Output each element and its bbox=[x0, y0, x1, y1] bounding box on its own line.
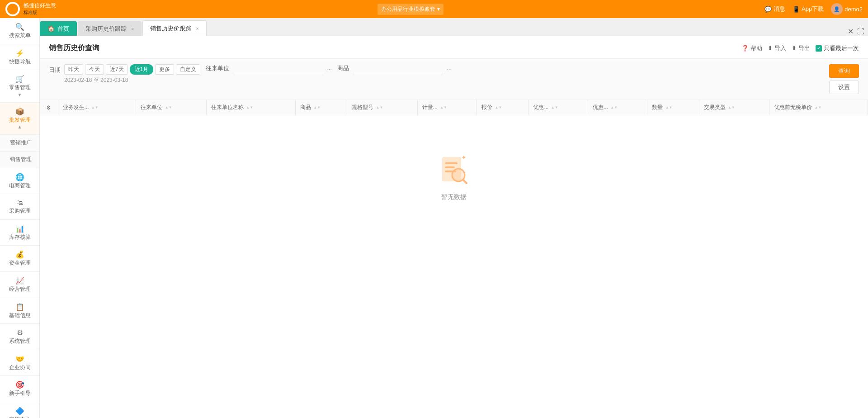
message-btn[interactable]: 💬 消息 bbox=[764, 5, 785, 13]
table-col-pretax-price[interactable]: 优惠前无税单价 ▲▼ bbox=[769, 100, 868, 115]
table-col-discount-rate[interactable]: 优惠... ▲▼ bbox=[528, 100, 588, 115]
user-menu[interactable]: 👤 demo2 bbox=[831, 3, 863, 15]
table-col-unit[interactable]: 计量... ▲▼ bbox=[417, 100, 476, 115]
date-btn-custom[interactable]: 自定义 bbox=[176, 64, 200, 75]
only-last-checkbox-label[interactable]: ✓ 只看最后一次 bbox=[816, 44, 859, 52]
expand-icon: ▼ bbox=[18, 92, 22, 97]
settings-button[interactable]: 设置 bbox=[829, 81, 859, 94]
source-unit-ellipsis[interactable]: ... bbox=[327, 64, 332, 71]
wholesale-icon: 📦 bbox=[2, 107, 38, 116]
sort-icon-quantity: ▲▼ bbox=[665, 105, 673, 109]
product-ellipsis[interactable]: ... bbox=[447, 64, 452, 71]
date-btn-today[interactable]: 今天 bbox=[85, 64, 104, 75]
tab-purchase-close-btn[interactable]: × bbox=[131, 26, 134, 32]
table-col-partner-name[interactable]: 往来单位名称 ▲▼ bbox=[206, 100, 295, 115]
sidebar-item-marketing[interactable]: 营销推广 bbox=[0, 135, 39, 152]
page-content: 销售历史价查询 ❓ 帮助 ⬇ 导入 ⬆ 导出 bbox=[40, 36, 868, 418]
maximize-btn[interactable]: ⛶ bbox=[857, 28, 864, 36]
search-icon: 🔍 bbox=[2, 23, 38, 31]
date-btn-more[interactable]: 更多 bbox=[155, 64, 174, 75]
sidebar-item-new-guide[interactable]: 🎯 新手引导 bbox=[0, 376, 39, 402]
sort-icon-price: ▲▼ bbox=[495, 105, 502, 109]
tab-home[interactable]: 🏠 首页 bbox=[40, 21, 77, 36]
tab-sales-history[interactable]: 销售历史价跟踪 × bbox=[142, 20, 206, 36]
sort-icon-pretax-price: ▲▼ bbox=[814, 105, 821, 109]
sidebar-item-basic-info[interactable]: 📋 基础信息 bbox=[0, 298, 39, 324]
sort-icon-product: ▲▼ bbox=[313, 105, 321, 109]
app-title: 畅捷信好生意 标准版 bbox=[24, 2, 56, 16]
help-icon: ❓ bbox=[741, 45, 749, 52]
date-filter-label: 日期 bbox=[49, 64, 61, 74]
sidebar-item-quick-nav[interactable]: ⚡ 快捷导航 bbox=[0, 44, 39, 71]
inventory-icon: 📊 bbox=[2, 224, 38, 233]
checkbox-checked-icon: ✓ bbox=[816, 45, 822, 52]
import-btn[interactable]: ⬇ 导入 bbox=[768, 44, 786, 52]
table-col-discount-amount[interactable]: 优惠... ▲▼ bbox=[588, 100, 647, 115]
sort-icon-discount-rate: ▲▼ bbox=[551, 105, 558, 109]
product-input[interactable] bbox=[353, 64, 443, 73]
chevron-down-icon: ▾ bbox=[437, 6, 440, 12]
sort-icon-partner-code: ▲▼ bbox=[165, 105, 172, 109]
table-col-spec[interactable]: 规格型号 ▲▼ bbox=[347, 100, 418, 115]
app-logo bbox=[5, 2, 20, 16]
app-download-btn[interactable]: 📱 App下载 bbox=[793, 5, 824, 13]
export-btn[interactable]: ⬆ 导出 bbox=[792, 44, 810, 52]
svg-rect-1 bbox=[445, 162, 458, 164]
page-title: 销售历史价查询 bbox=[49, 43, 99, 53]
sidebar-item-wholesale-mgmt[interactable]: 📦 批发管理 ▲ bbox=[0, 103, 39, 135]
source-unit-input[interactable] bbox=[233, 64, 323, 73]
table-col-price[interactable]: 报价 ▲▼ bbox=[477, 100, 528, 115]
app-center-icon: 🔷 bbox=[2, 407, 38, 415]
table-col-settings[interactable]: ⚙ bbox=[40, 100, 58, 115]
tab-bar: 🏠 首页 采购历史价跟踪 × 销售历史价跟踪 × ✕ ⛶ bbox=[40, 18, 868, 36]
sidebar-item-finance-mgmt[interactable]: 💰 资金管理 bbox=[0, 246, 39, 272]
close-tab-btn[interactable]: ✕ bbox=[848, 27, 854, 36]
date-range-text: 2023-02-18 至 2023-03-18 bbox=[64, 76, 200, 84]
date-btn-1month[interactable]: 近1月 bbox=[130, 64, 154, 75]
sidebar-item-system-mgmt[interactable]: ⚙ 系统管理 bbox=[0, 324, 39, 350]
date-filter-group: 日期 昨天 今天 近7天 近1月 更多 自定义 2023-02-18 至 202… bbox=[49, 64, 200, 84]
table-col-business-date[interactable]: 业务发生... ▲▼ bbox=[58, 100, 136, 115]
product-label: 商品 bbox=[337, 64, 349, 72]
workspace-selector[interactable]: 办公用品行业模拟账套 ▾ bbox=[377, 4, 443, 15]
export-icon: ⬆ bbox=[792, 45, 797, 52]
table-col-product[interactable]: 商品 ▲▼ bbox=[295, 100, 347, 115]
operations-icon: 📈 bbox=[2, 276, 38, 285]
sidebar-item-operations-mgmt[interactable]: 📈 经营管理 bbox=[0, 272, 39, 298]
sidebar-item-ecommerce-mgmt[interactable]: 🌐 电商管理 bbox=[0, 168, 39, 195]
sidebar-item-enterprise-collab[interactable]: 🤝 企业协同 bbox=[0, 350, 39, 376]
help-btn[interactable]: ❓ 帮助 bbox=[741, 44, 762, 52]
basic-info-icon: 📋 bbox=[2, 303, 38, 311]
tab-bar-actions: ✕ ⛶ bbox=[844, 27, 868, 36]
sidebar-item-search-menu[interactable]: 🔍 搜索菜单 bbox=[0, 18, 39, 44]
page-header: 销售历史价查询 ❓ 帮助 ⬇ 导入 ⬆ 导出 bbox=[40, 36, 868, 59]
date-btn-7days[interactable]: 近7天 bbox=[106, 64, 128, 75]
import-icon: ⬇ bbox=[768, 45, 773, 52]
empty-text: 暂无数据 bbox=[441, 193, 467, 201]
empty-icon: ✦ bbox=[436, 152, 472, 188]
sort-icon-business-date: ▲▼ bbox=[91, 105, 99, 109]
sidebar-item-retail-mgmt[interactable]: 🛒 零售管理 ▼ bbox=[0, 70, 39, 103]
sidebar-item-purchase-mgmt[interactable]: 🛍 采购管理 bbox=[0, 194, 39, 220]
guide-icon: 🎯 bbox=[2, 380, 38, 389]
retail-icon: 🛒 bbox=[2, 75, 38, 83]
svg-line-5 bbox=[463, 180, 467, 183]
sidebar-item-inventory[interactable]: 📊 库存核算 bbox=[0, 220, 39, 246]
filter-bar: 日期 昨天 今天 近7天 近1月 更多 自定义 2023-02-18 至 202… bbox=[40, 59, 868, 100]
query-button[interactable]: 查询 bbox=[829, 64, 859, 78]
svg-rect-2 bbox=[445, 166, 455, 168]
sidebar-item-sales-mgmt[interactable]: 销售管理 bbox=[0, 152, 39, 168]
sidebar-item-app-center[interactable]: 🔷 应用中心 bbox=[0, 402, 39, 418]
sort-icon-spec: ▲▼ bbox=[376, 105, 383, 109]
tab-sales-close-btn[interactable]: × bbox=[196, 26, 198, 31]
tab-purchase-history[interactable]: 采购历史价跟踪 × bbox=[78, 21, 142, 36]
purchase-icon: 🛍 bbox=[2, 199, 38, 207]
date-btn-yesterday[interactable]: 昨天 bbox=[64, 64, 83, 75]
table-col-trade-type[interactable]: 交易类型 ▲▼ bbox=[699, 100, 769, 115]
table-col-partner-code[interactable]: 往来单位 ▲▼ bbox=[136, 100, 207, 115]
sort-icon-partner-name: ▲▼ bbox=[246, 105, 253, 109]
table-col-quantity[interactable]: 数量 ▲▼ bbox=[647, 100, 699, 115]
source-unit-label: 往来单位 bbox=[206, 64, 229, 72]
quick-nav-icon: ⚡ bbox=[2, 49, 38, 57]
top-bar: 畅捷信好生意 标准版 办公用品行业模拟账套 ▾ 💬 消息 📱 App下载 👤 d… bbox=[0, 0, 868, 18]
